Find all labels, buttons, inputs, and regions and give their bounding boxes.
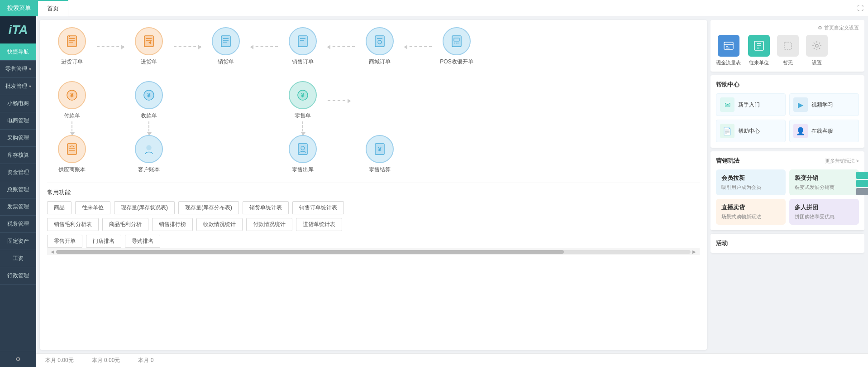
sidebar-item-admin[interactable]: 行政管理 — [0, 267, 36, 285]
sidebar-item-ledger[interactable]: 总账管理 — [0, 181, 36, 198]
cf-btn-receipt-stats[interactable]: 收款情况统计 — [196, 218, 243, 231]
bottom-stats: 本月 0.00元 本月 0.00元 本月 0 — [36, 353, 868, 367]
cf-btn-sale-margin[interactable]: 销售毛利分析表 — [47, 218, 99, 231]
hc-beginner-label: 新手入门 — [738, 101, 760, 109]
sidebar-item-tax[interactable]: 税务管理 — [0, 216, 36, 233]
svg-point-41 — [147, 145, 151, 150]
wf-node-payment[interactable]: ¥ 付款单 — [47, 81, 97, 120]
cf-btn-guide-rank[interactable]: 导购排名 — [125, 235, 160, 248]
qnt-contacts[interactable]: 往来单位 — [748, 35, 770, 66]
wf-node-customer-account[interactable]: 客户账本 — [124, 135, 174, 174]
wf-node-purchase[interactable]: 进货单 — [124, 27, 174, 66]
gear-small-icon: ⚙ — [818, 25, 822, 31]
wf-label-supplier-account: 供应商账本 — [58, 166, 86, 174]
hc-item-service[interactable]: 👤 在线客服 — [789, 120, 859, 142]
wf-node-retail-out[interactable]: 零售出库 — [278, 135, 328, 174]
cf-btn-goods[interactable]: 商品 — [47, 201, 72, 214]
qnt-none[interactable]: 暂无 — [777, 35, 799, 66]
cf-btn-sale-order-stats[interactable]: 销售订单统计表 — [292, 201, 344, 214]
cf-btn-purchase-stats[interactable]: 进货单统计表 — [296, 218, 342, 231]
cf-btn-retail-order[interactable]: 零售开单 — [47, 235, 82, 248]
float-btn-community[interactable]: 服务社区 — [856, 180, 868, 187]
qnt-settings[interactable]: 设置 — [806, 35, 828, 66]
wf-node-supplier-account[interactable]: 供应商账本 — [47, 135, 97, 174]
hc-beginner-icon: ✉ — [720, 97, 734, 112]
wf-node-retail-settle[interactable]: ¥ 零售结算 — [355, 135, 405, 174]
wf-circle-purchase-order — [58, 27, 86, 55]
wf-circle-retail-settle: ¥ — [366, 135, 394, 163]
sidebar-item-inventory[interactable]: 库存核算 — [0, 147, 36, 164]
sidebar-item-finance[interactable]: 资金管理 — [0, 164, 36, 181]
qnt-cashflow[interactable]: 现金流量表 — [716, 35, 741, 66]
cf-btn-goods-margin[interactable]: 商品毛利分析 — [102, 218, 148, 231]
mkt-card-fission-desc: 裂变式发展分销商 — [795, 184, 854, 191]
top-bar-right: ⛶ — [857, 5, 868, 12]
hc-item-video[interactable]: ▶ 视频学习 — [789, 93, 859, 116]
float-btn-desktop[interactable]: 桌面快捷 — [856, 188, 868, 195]
sidebar-item-ecom-small[interactable]: 小畅电商 — [0, 95, 36, 112]
svg-text:¥: ¥ — [301, 92, 305, 99]
hc-item-help[interactable]: 📄 帮助中心 — [716, 120, 786, 142]
sidebar-item-ecom-label: 电商管理 — [7, 117, 29, 125]
wf-node-pos[interactable]: POS收银开单 — [432, 27, 482, 66]
workflow-row3: 供应商账本 客户账本 — [47, 135, 700, 174]
wf-label-purchase-order: 进货订单 — [61, 58, 83, 66]
arrow-l2 — [328, 46, 355, 47]
homepage-customize-button[interactable]: ⚙ 首页自定义设置 — [818, 24, 859, 31]
scroll-track[interactable] — [56, 250, 691, 254]
cf-btn-stock-status[interactable]: 现存量(库存状况表) — [114, 201, 175, 214]
wf-node-retail[interactable]: ¥ 零售单 — [278, 81, 328, 120]
wf-circle-receipt: ¥ — [135, 81, 163, 109]
qnt-none-icon — [777, 35, 799, 57]
mkt-card-group[interactable]: 多人拼团 拼团购物享受优惠 — [789, 199, 859, 225]
float-btn-service[interactable]: 客服热线 — [856, 172, 868, 179]
cf-btn-payment-stats[interactable]: 付款情况统计 — [246, 218, 292, 231]
svg-rect-14 — [298, 36, 307, 47]
mkt-more-link[interactable]: 更多营销玩法 > — [825, 158, 859, 164]
activity: 活动 — [711, 234, 864, 253]
sidebar-item-wholesale[interactable]: 批发管理 ▾ — [0, 78, 36, 95]
wf-node-purchase-order[interactable]: 进货订单 — [47, 27, 97, 66]
search-menu-button[interactable]: 搜索菜单 — [0, 0, 38, 16]
home-tab[interactable]: 首页 — [38, 0, 68, 16]
arrow-r2 — [174, 46, 201, 47]
cf-btn-sale-rank[interactable]: 销售排行榜 — [152, 218, 193, 231]
cf-btn-store-rank[interactable]: 门店排名 — [86, 235, 121, 248]
cf-btn-stock-dist[interactable]: 现存量(库存分布表) — [178, 201, 239, 214]
content-area: 进货订单 进货单 — [36, 16, 868, 367]
sidebar-item-purchase[interactable]: 采购管理 — [0, 130, 36, 147]
marketing: 营销玩法 更多营销玩法 > 会员拉新 吸引用户成为会员 裂变分销 裂变式发展分销… — [711, 151, 864, 230]
cf-title: 常用功能 — [47, 188, 700, 197]
wf-circle-retail-out — [289, 135, 317, 163]
sidebar-item-retail[interactable]: 零售管理 ▾ — [0, 61, 36, 78]
mkt-card-live[interactable]: 直播卖货 场景式购物新玩法 — [716, 199, 786, 225]
mkt-card-member[interactable]: 会员拉新 吸引用户成为会员 — [716, 169, 786, 195]
sidebar-item-ecom[interactable]: 电商管理 — [0, 112, 36, 130]
hc-item-beginner[interactable]: ✉ 新手入门 — [716, 93, 786, 116]
qnt-cashflow-icon — [718, 35, 739, 57]
sidebar-item-assets[interactable]: 固定资产 — [0, 233, 36, 250]
vdown2 — [148, 121, 149, 135]
wf-node-receipt[interactable]: ¥ 收款单 — [124, 81, 174, 120]
wf-node-sale-order[interactable]: 销售订单 — [278, 27, 328, 66]
wf-circle-sale-order — [289, 27, 317, 55]
wf-circle-pos — [443, 27, 471, 55]
mkt-card-fission[interactable]: 裂变分销 裂变式发展分销商 — [789, 169, 859, 195]
stat-3: 本月 0 — [138, 357, 153, 364]
sidebar-item-quicknav[interactable]: 快捷导航 — [0, 43, 36, 61]
scroll-arrow-right[interactable]: ▶ — [691, 249, 698, 254]
sidebar-item-payroll[interactable]: 工资 — [0, 250, 36, 267]
sidebar-settings-button[interactable]: ⚙ — [0, 351, 36, 367]
svg-point-57 — [816, 44, 818, 47]
wf-node-mall-order[interactable]: 商城订单 — [355, 27, 405, 66]
scroll-arrow-left[interactable]: ◀ — [49, 249, 56, 254]
help-center: 帮助中心 ✉ 新手入门 ▶ 视频学习 📄 帮助中心 — [711, 75, 864, 148]
cf-buttons: 商品 往来单位 现存量(库存状况表) 现存量(库存分布表) 销货单统计表 销售订… — [47, 201, 700, 214]
cf-btn-sale-stats[interactable]: 销货单统计表 — [243, 201, 289, 214]
sidebar-item-inventory-label: 库存核算 — [7, 151, 29, 159]
cf-btn-contacts[interactable]: 往来单位 — [75, 201, 110, 214]
sidebar-item-invoice[interactable]: 发票管理 — [0, 198, 36, 216]
main-layout: iTA 快捷导航 零售管理 ▾ 批发管理 ▾ 小畅电商 电商管理 采购管理 库存… — [0, 16, 868, 367]
fullscreen-icon[interactable]: ⛶ — [857, 5, 863, 12]
wf-node-sale[interactable]: 销货单 — [201, 27, 251, 66]
